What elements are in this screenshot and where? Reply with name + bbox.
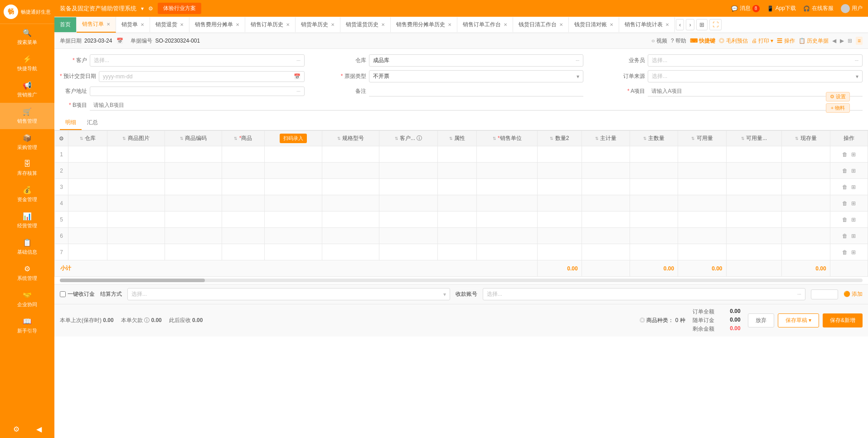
delete-icon[interactable]: 🗑 [842,168,848,174]
add-material-btn[interactable]: + 物料 [826,103,850,113]
tab-close-sales-order[interactable]: ✕ [107,22,110,27]
cell-image[interactable] [107,228,165,244]
cell-attr[interactable] [437,146,476,163]
cell-image[interactable] [107,146,165,163]
sidebar-item-inventory[interactable]: 🗄 库存核算 [0,155,54,181]
cell-name[interactable] [222,163,264,179]
tab-sales-return-history[interactable]: 销货退货历史 ✕ [340,17,391,32]
cell-unit[interactable] [477,179,538,195]
cell-main-qty[interactable] [630,244,678,260]
copy-icon[interactable]: ⊞ [851,168,856,174]
cell-main-unit[interactable] [582,146,630,163]
cell-qty2[interactable] [538,163,582,179]
cell-scan[interactable] [264,228,322,244]
cell-main-qty[interactable] [630,146,678,163]
scrollbar-thumb[interactable] [60,279,205,282]
cell-warehouse[interactable] [68,163,107,179]
tab-close-sales-stats[interactable]: ✕ [665,22,669,27]
cell-main-qty[interactable] [630,212,678,228]
salesperson-input[interactable]: 选择... ··· [648,54,863,67]
tab-sales-goods-history[interactable]: 销货单历史 ✕ [296,17,340,32]
online-service-btn[interactable]: 🎧 在线客服 [803,5,834,12]
remarks-input[interactable] [369,86,584,96]
cell-name[interactable] [222,212,264,228]
tab-sales-order[interactable]: 销售订单 ✕ [77,17,116,33]
discard-btn[interactable]: 放弃 [748,313,774,327]
cell-available[interactable] [678,228,726,244]
cell-code[interactable] [165,228,222,244]
tab-sales-fee-history[interactable]: 销售费用分摊单历史 ✕ [391,17,457,32]
col-main-qty[interactable]: ⇅ 主数量 [630,131,678,146]
cell-customer-code[interactable] [379,228,437,244]
cell-qty2[interactable] [538,212,582,228]
customer-input[interactable]: 选择... ··· [90,54,305,67]
cell-unit[interactable] [477,195,538,212]
cell-warehouse[interactable] [68,228,107,244]
tab-summary[interactable]: 汇总 [82,116,103,130]
tab-close-sales-goods[interactable]: ✕ [141,22,144,27]
calendar-icon[interactable]: 📅 [116,38,123,44]
customer-address-input[interactable]: ··· [90,87,305,96]
cell-main-unit[interactable] [582,244,630,260]
cell-code[interactable] [165,163,222,179]
cell-available2[interactable] [726,212,782,228]
cell-customer-code[interactable] [379,195,437,212]
tab-close-sales-fee[interactable]: ✕ [236,22,239,27]
cell-available2[interactable] [726,179,782,195]
nav-prev-icon[interactable]: ◀ [832,38,836,44]
tab-prev-btn[interactable]: ‹ [676,19,684,30]
copy-icon[interactable]: ⊞ [851,249,856,255]
cell-name[interactable] [222,195,264,212]
cell-qty2[interactable] [538,146,582,163]
cell-customer-code[interactable] [379,146,437,163]
save-new-btn[interactable]: 保存&新增 [823,313,863,327]
history-btn[interactable]: 📋 历史单据 [799,37,829,45]
col-available[interactable]: ⇅ 可用量 [678,131,726,146]
cell-customer-code[interactable] [379,244,437,260]
copy-icon[interactable]: ⊞ [851,151,856,158]
tab-close-cash-reconcile[interactable]: ✕ [610,22,613,27]
delete-icon[interactable]: 🗑 [842,151,848,158]
tab-close-sales-order-history[interactable]: ✕ [286,22,290,27]
sidebar-item-search[interactable]: 🔍 搜索菜单 [0,24,54,50]
project-b-input[interactable] [90,100,863,111]
tab-home[interactable]: 首页 [54,17,77,32]
salesperson-ellipsis[interactable]: ··· [855,58,858,63]
cell-code[interactable] [165,195,222,212]
tab-more-btn[interactable]: ⊞ [696,19,708,30]
cell-warehouse[interactable] [68,244,107,260]
account-select[interactable]: 选择... ··· [483,288,805,300]
cell-code[interactable] [165,212,222,228]
sidebar-item-finance[interactable]: 💰 资金管理 [0,181,54,207]
cell-main-unit[interactable] [582,195,630,212]
cell-name[interactable] [222,179,264,195]
delete-icon[interactable]: 🗑 [842,200,848,207]
message-btn[interactable]: 💬 消息 8 [731,5,760,12]
sidebar-item-sales[interactable]: 🛒 销售管理 [0,103,54,129]
cell-code[interactable] [165,146,222,163]
cell-image[interactable] [107,179,165,195]
cell-available[interactable] [678,179,726,195]
delete-icon[interactable]: 🗑 [842,249,848,255]
cell-available2[interactable] [726,228,782,244]
col-code[interactable]: ⇅ 商品编码 [165,131,222,146]
cell-warehouse[interactable] [68,146,107,163]
save-draft-btn[interactable]: 保存草稿 ▾ [778,313,819,327]
warehouse-input[interactable]: 成品库 ··· [369,54,584,67]
tab-close-sales-goods-history[interactable]: ✕ [331,22,335,27]
cell-warehouse[interactable] [68,212,107,228]
cell-qty2[interactable] [538,228,582,244]
cell-unit[interactable] [477,212,538,228]
cell-current[interactable] [782,212,830,228]
copy-icon[interactable]: ⊞ [851,217,856,223]
cell-qty2[interactable] [538,195,582,212]
scan-btn[interactable]: 扫码录入 [280,134,307,143]
tab-sales-order-history[interactable]: 销售订单历史 ✕ [245,17,296,32]
cell-qty2[interactable] [538,179,582,195]
cell-available[interactable] [678,163,726,179]
cell-main-unit[interactable] [582,228,630,244]
profit-btn[interactable]: ◎ 毛利预估 [719,37,747,45]
cell-warehouse[interactable] [68,195,107,212]
col-qty2[interactable]: ⇅ 数量2 [538,131,582,146]
tab-close-sales-return[interactable]: ✕ [180,22,184,27]
